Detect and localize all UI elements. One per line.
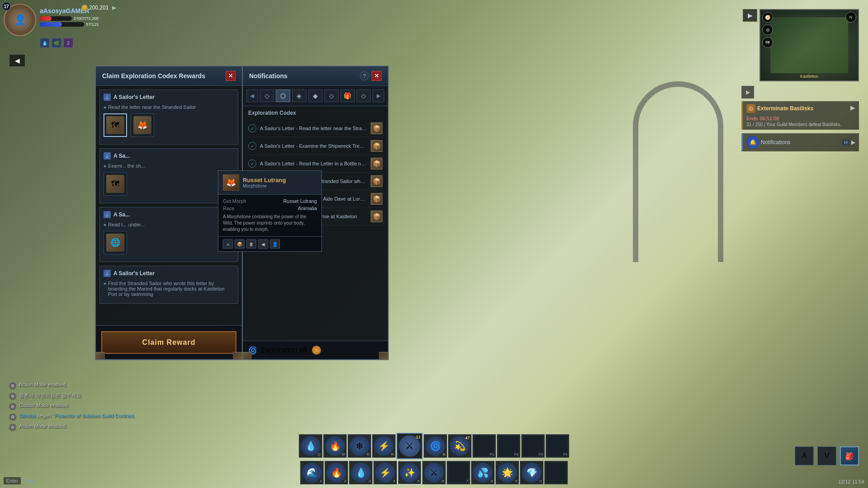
action-key-6: 6 <box>442 479 444 483</box>
action-slot-0[interactable]: 💎 0 <box>520 461 543 484</box>
panel-corner-left <box>96 352 105 359</box>
tab-arrow-right[interactable]: ▶ <box>373 89 384 102</box>
action-slot-1-icon: 🌊 <box>302 463 322 483</box>
chat-label: Chat <box>24 478 34 483</box>
action-slot-q[interactable]: 💧 Q <box>299 434 322 458</box>
action-slot-9-icon: 🌟 <box>497 463 517 483</box>
section-3-icon: ⚓ <box>104 211 111 218</box>
action-bar-row-2: 🌊 1 🔥 2 💧 3 ⚡ 4 ✨ 5 ⚔ 6 7 💦 8 <box>300 461 568 484</box>
action-slot-5b-icon: ✨ <box>400 463 420 483</box>
notification-tabs: ◀ ◇ ⬡ ◈ ◆ ◇ 🎁 ◇ ▶ <box>243 86 388 106</box>
action-slot-8[interactable]: 💦 8 <box>471 461 495 484</box>
claim-reward-button[interactable]: Claim Reward <box>101 331 236 354</box>
action-slot-7[interactable]: 7 <box>447 461 470 484</box>
tooltip-body: Get Morph Russet Lutrang Race Animalia A… <box>218 195 321 236</box>
bottom-btn-a[interactable]: A <box>795 446 814 465</box>
minimap-btn-map[interactable]: 🗺 <box>762 37 773 48</box>
action-slot-r[interactable]: ⚡ R <box>372 434 396 458</box>
section-2-icon: ⚓ <box>104 152 111 160</box>
notif-reward-5[interactable]: 📦 <box>371 193 382 205</box>
notif-reward-1[interactable]: 📦 <box>371 122 382 134</box>
notif-line-2: ⚙ 청혼새 악정의심판 팔주세요 <box>9 392 135 400</box>
bottom-btn-v[interactable]: V <box>817 446 836 465</box>
action-key-w: W <box>341 452 345 456</box>
notifications-quest-item[interactable]: 🔔 Notifications H ▶ <box>741 133 859 151</box>
notif-entry-2[interactable]: ✓ A Sailor's Letter - Examine the Shipwr… <box>246 137 384 155</box>
right-panel-help-button[interactable]: ? <box>360 71 369 80</box>
footer-text: Exploration x6 <box>261 346 307 354</box>
tooltip-action-person[interactable]: 👤 <box>270 239 280 249</box>
minimap[interactable]: N 🧭 ⚙ 🗺 Kastletton <box>760 9 859 81</box>
action-key-5b: 5 <box>418 479 420 483</box>
tab-5[interactable]: ◇ <box>324 89 339 102</box>
action-slot-5[interactable]: 💫 47 <box>448 434 472 458</box>
minimap-nav-btn-1[interactable]: ▶ <box>743 9 757 22</box>
notif-link-1[interactable]: Sitrisha <box>19 413 36 418</box>
action-key-2: 2 <box>344 479 346 483</box>
action-slot-3[interactable]: 💧 3 <box>349 461 373 484</box>
action-slot-f2[interactable]: F2 <box>497 434 520 458</box>
action-slot-9[interactable]: 🌟 9 <box>495 461 519 484</box>
action-slot-b[interactable]: 🌀 B <box>424 434 447 458</box>
action-slot-4-icon: ⚡ <box>375 463 395 483</box>
action-slot-5b[interactable]: ✨ 5 <box>398 461 421 484</box>
action-slot-f4[interactable]: F4 <box>546 434 569 458</box>
action-slot-minus[interactable] <box>544 461 568 484</box>
action-slot-e[interactable]: ❄ E <box>348 434 371 458</box>
action-slot-center[interactable]: ⚔ 11 <box>396 433 423 459</box>
action-slot-2[interactable]: 🔥 2 <box>325 461 348 484</box>
action-slot-w[interactable]: 🔥 W <box>323 434 347 458</box>
action-slot-6[interactable]: ⚔ 6 <box>422 461 446 484</box>
tooltip-action-equip[interactable]: ⚔ <box>223 239 233 249</box>
tooltip-action-prev[interactable]: ◀ <box>258 239 268 249</box>
background-arch <box>633 81 723 262</box>
section-1-title: ⚓ A Sailor's Letter <box>104 94 234 101</box>
quest-arrow-right[interactable]: ▶ <box>741 86 754 99</box>
tab-1[interactable]: ◇ <box>260 89 274 102</box>
quest-section-4: ⚓ A Sailor's Letter Find the Stranded Sa… <box>99 266 238 304</box>
action-slot-4[interactable]: ⚡ 4 <box>373 461 397 484</box>
notif-reward-3[interactable]: 📦 <box>371 158 382 169</box>
minimap-btn-settings[interactable]: ⚙ <box>762 24 773 35</box>
action-slot-2-icon: 🔥 <box>326 463 346 483</box>
tab-4[interactable]: ◆ <box>308 89 323 102</box>
action-slot-f1[interactable]: F1 <box>472 434 496 458</box>
action-key-0: 0 <box>540 479 542 483</box>
tooltip-item-tag: Morphstone <box>243 183 286 188</box>
reward-item-s3-1[interactable]: 🌐 <box>104 231 127 254</box>
left-panel-close-button[interactable]: ✕ <box>226 71 236 81</box>
action-slot-e-icon: ❄ <box>349 436 369 456</box>
reward-item-1[interactable]: 🗺 <box>104 113 127 137</box>
right-panel-close-button[interactable]: ✕ <box>372 71 382 81</box>
reward-item-s2-1[interactable]: 🗺 <box>104 172 127 196</box>
notif-entry-1[interactable]: ✓ A Sailor's Letter - Read the letter ne… <box>246 120 384 137</box>
section-3-task: Read t... under... <box>104 222 234 227</box>
quest-title: Exterminate Basilisks <box>757 105 813 112</box>
tooltip-action-store[interactable]: 📦 <box>235 239 245 249</box>
tooltip-action-trash[interactable]: 🗑 <box>246 239 256 249</box>
quest-item-1[interactable]: ⬡ Exterminate Basilisks Ends 06:51:08 31… <box>741 101 859 130</box>
bottom-notifications: ⚙ Action Mode enabled. ⚙ 청혼새 악정의심판 팔주세요 … <box>9 382 135 434</box>
nav-left-arrow[interactable]: ◀ <box>9 54 25 67</box>
action-slot-0-icon: 💎 <box>522 463 542 483</box>
notif-reward-4[interactable]: 📦 <box>371 175 382 187</box>
notif-msg-2: 청혼새 악정의심판 팔주세요 <box>19 392 81 399</box>
reward-icon-2: 🦊 <box>133 116 151 134</box>
action-slot-f3[interactable]: F3 <box>521 434 545 458</box>
notif-gear-1: ⚙ <box>9 382 16 389</box>
notif-reward-6[interactable]: 📦 <box>371 211 382 222</box>
bottom-btn-inventory[interactable]: 🎒 <box>840 446 859 465</box>
tab-arrow-left[interactable]: ◀ <box>246 89 258 102</box>
tab-7[interactable]: ◇ <box>357 89 371 102</box>
tab-2[interactable]: ⬡ <box>276 89 290 102</box>
tab-3[interactable]: ◈ <box>292 89 307 102</box>
action-count-5: 47 <box>465 436 470 440</box>
bottom-right-buttons: A V 🎒 <box>795 446 859 465</box>
notif-reward-2[interactable]: 📦 <box>371 140 382 152</box>
tab-6[interactable]: 🎁 <box>340 89 355 102</box>
notif-link-2[interactable]: Protector of Solisium Guild Contract. <box>55 413 135 418</box>
minimap-btn-zoom[interactable]: 🧭 <box>762 12 773 23</box>
action-slot-1[interactable]: 🌊 1 <box>300 461 324 484</box>
quest-icon: ⬡ <box>746 104 755 113</box>
reward-item-2[interactable]: 🦊 <box>131 113 154 137</box>
